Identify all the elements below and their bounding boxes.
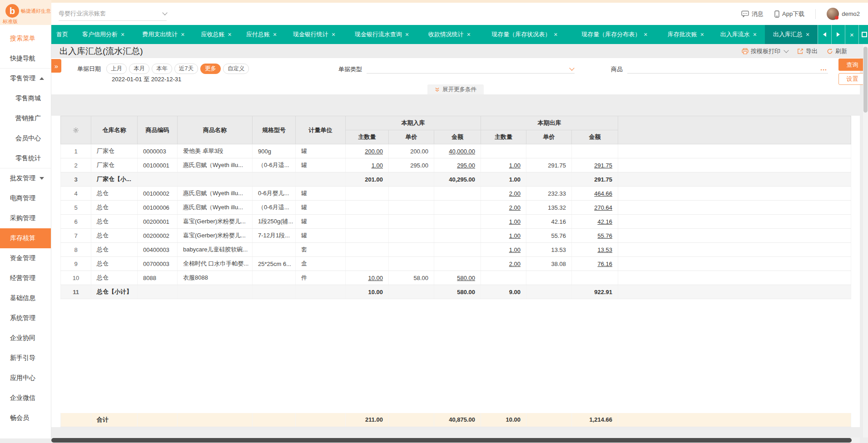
sidebar-item[interactable]: 库存核算 (0, 228, 51, 248)
tab-close-icon[interactable]: × (554, 31, 557, 38)
sidebar-item[interactable]: 采购管理 (0, 208, 51, 228)
tab-item[interactable]: 收款情况统计× (419, 25, 479, 44)
settings-button[interactable]: 设置 (838, 73, 866, 85)
tabs-scroll-right-button[interactable] (831, 25, 845, 44)
date-pill[interactable]: 本年 (152, 64, 172, 74)
sidebar-item[interactable]: 经营管理 (0, 268, 51, 288)
sidebar-item[interactable]: 新手引导 (0, 348, 51, 368)
date-pill[interactable]: 本月 (129, 64, 149, 74)
tab-close-icon[interactable]: × (181, 31, 184, 38)
drill-down-link[interactable]: 2.00 (509, 204, 521, 211)
sidebar-item[interactable]: 会员中心 (0, 128, 51, 148)
vertical-scrollbar-thumb[interactable] (863, 47, 868, 113)
product-input[interactable]: ... (627, 64, 828, 74)
sidebar-item[interactable]: 营销推广 (0, 108, 51, 128)
tab-item[interactable]: 应收总账× (193, 25, 239, 44)
tab-item[interactable]: 现存量（库存状况表）× (480, 25, 570, 44)
user-menu[interactable]: demo2 (827, 8, 860, 20)
drill-down-link[interactable]: 291.75 (594, 162, 612, 169)
tab-active[interactable]: 出入库汇总× (765, 25, 818, 44)
export-button[interactable]: 导出 (797, 47, 818, 55)
app-download-button[interactable]: App下载 (774, 10, 804, 18)
table-row[interactable]: 4总仓00100002惠氏启赋（Wyeth illu...0-6月婴儿...罐2… (61, 187, 851, 201)
horizontal-scrollbar-thumb[interactable] (51, 438, 852, 443)
sidebar-item[interactable]: 零售管理 (0, 69, 51, 89)
drill-down-link[interactable]: 10.00 (368, 275, 383, 281)
drill-down-link[interactable]: 42.16 (598, 218, 613, 225)
drill-down-link[interactable]: 2.00 (509, 261, 521, 267)
expand-more-conditions-button[interactable]: 展开更多条件 (427, 84, 484, 94)
drill-down-link[interactable]: 2.00 (509, 190, 521, 197)
tabs-fullscreen-button[interactable] (858, 25, 868, 44)
drill-down-link[interactable]: 76.16 (598, 261, 613, 267)
drill-down-link[interactable]: 1.00 (509, 162, 521, 169)
drill-down-link[interactable]: 13.53 (598, 246, 613, 253)
tab-close-icon[interactable]: × (332, 31, 335, 38)
sidebar-item[interactable]: 电商管理 (0, 188, 51, 208)
table-row[interactable]: 9总仓00700003全棉时代 口水巾手帕婴...25*25cm 6...盒2.… (61, 257, 851, 271)
sidebar-item[interactable]: 畅会员 (0, 408, 51, 428)
tab-close-icon[interactable]: × (806, 31, 809, 38)
tab-close-icon[interactable]: × (700, 31, 704, 38)
drill-down-link[interactable]: 295.00 (457, 162, 475, 169)
doc-type-input[interactable] (367, 64, 575, 74)
tab-close-icon[interactable]: × (228, 31, 231, 38)
ellipsis-picker-icon[interactable]: ... (820, 64, 827, 72)
date-pill[interactable]: 自定义 (223, 64, 249, 74)
column-settings-header[interactable] (61, 116, 91, 144)
sidebar-item[interactable]: 零售统计 (0, 148, 51, 168)
sidebar-item[interactable]: 系统管理 (0, 308, 51, 328)
table-row-subtotal[interactable]: 11总仓【小计】10.00580.009.00922.91 (61, 285, 851, 299)
tab-item[interactable]: 库存批次账× (660, 25, 712, 44)
date-range-value[interactable]: 2022-01-01 至 2022-12-31 (112, 75, 251, 84)
drill-down-link[interactable]: 1.00 (509, 246, 521, 253)
sidebar-item[interactable]: 搜索菜单 (0, 29, 51, 49)
tab-close-icon[interactable]: × (273, 31, 277, 38)
table-row[interactable]: 5总仓00100006惠氏启赋（Wyeth illu...（0-6月适...罐2… (61, 201, 851, 215)
sidebar-item[interactable]: 零售商城 (0, 89, 51, 108)
sidebar-item[interactable]: 企业协同 (0, 328, 51, 348)
drill-down-link[interactable]: 1.00 (509, 218, 521, 225)
drill-down-link[interactable]: 40,000.00 (449, 148, 475, 155)
drill-down-link[interactable]: 200.00 (365, 148, 383, 155)
sidebar-item[interactable]: 快捷导航 (0, 49, 51, 69)
date-pill[interactable]: 上月 (106, 64, 127, 74)
refresh-button[interactable]: 刷新 (827, 47, 847, 55)
drill-down-link[interactable]: 1.00 (372, 162, 383, 169)
horizontal-scrollbar[interactable] (51, 438, 860, 443)
tab-close-icon[interactable]: × (467, 31, 471, 38)
table-row[interactable]: 2厂家仓00100001惠氏启赋（Wyeth illu...（0-6月适...罐… (61, 158, 851, 172)
table-row[interactable]: 8总仓00400003babycare儿童硅胶软碗...套1.0013.5313… (61, 243, 851, 257)
tab-item[interactable]: 客户信用分析× (73, 25, 133, 44)
sidebar-item[interactable]: 基础信息 (0, 288, 51, 308)
tab-close-icon[interactable]: × (405, 31, 409, 38)
tab-close-icon[interactable]: × (121, 31, 124, 38)
search-button[interactable]: 查询 (838, 59, 866, 71)
vertical-scrollbar[interactable] (863, 44, 868, 438)
print-by-template-button[interactable]: 按模板打印 (742, 47, 788, 55)
tab-item[interactable]: 费用支出统计× (134, 25, 193, 44)
table-row[interactable]: 1厂家仓0000003爱他美 卓翠3段900g罐200.00200.0040,0… (61, 144, 851, 158)
collapse-filter-button[interactable]: » (51, 59, 61, 73)
drill-down-link[interactable]: 580.00 (457, 275, 475, 281)
tab-item[interactable]: 现金银行统计× (284, 25, 344, 44)
drill-down-link[interactable]: 464.66 (594, 190, 612, 197)
tab-close-icon[interactable]: × (644, 31, 647, 38)
drill-down-link[interactable]: 55.76 (598, 232, 613, 239)
drill-down-link[interactable]: 270.64 (594, 204, 612, 211)
account-selector[interactable]: 母婴行业演示账套 (59, 7, 167, 21)
sidebar-item[interactable]: 资金管理 (0, 248, 51, 268)
sidebar-item[interactable]: 企业微信 (0, 388, 51, 408)
table-row-subtotal[interactable]: 3厂家仓【小...201.0040,295.001.00291.75 (61, 172, 851, 187)
date-pill[interactable]: 近7天 (174, 64, 198, 74)
messages-button[interactable]: 消息 (741, 10, 764, 18)
table-row[interactable]: 7总仓00200002嘉宝(Gerber)米粉婴儿...7-12月1段...罐1… (61, 229, 851, 243)
date-pill[interactable]: 更多 (200, 64, 221, 74)
tab-item[interactable]: 现存量（库存分布表）× (570, 25, 660, 44)
tab-item[interactable]: 出入库流水× (712, 25, 765, 44)
sidebar-item[interactable]: 应用中心 (0, 368, 51, 388)
sidebar-item[interactable]: 批发管理 (0, 168, 51, 188)
drill-down-link[interactable]: 1.00 (509, 232, 521, 239)
tab-item[interactable]: 应付总账× (239, 25, 284, 44)
tab-item[interactable]: 现金银行流水查询× (344, 25, 419, 44)
